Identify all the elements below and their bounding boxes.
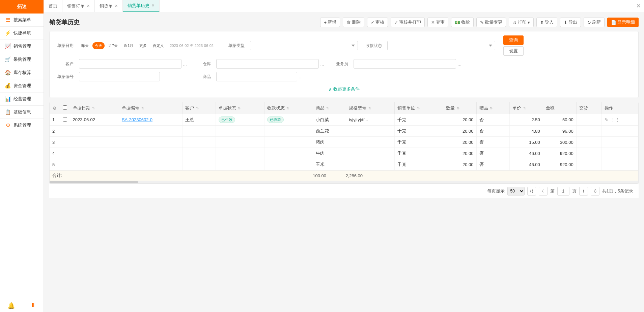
unit-cell: 千克 xyxy=(395,148,443,159)
sidebar-item-system-mgmt[interactable]: ⚙ 系统管理 xyxy=(0,119,44,132)
tab-close-icon[interactable]: ✕ xyxy=(115,4,118,8)
col-spec[interactable]: 规格型号 ⇅ xyxy=(346,102,395,114)
col-unit-price[interactable]: 单价 ⇅ xyxy=(510,102,543,114)
page-number-input[interactable] xyxy=(557,187,569,196)
sidebar-item-operations[interactable]: 📊 经营管理 xyxy=(0,93,44,106)
date-range: 2023-06-02 至 2023-06-02 xyxy=(170,43,214,48)
warehouse-ellipsis[interactable]: ... xyxy=(320,61,324,67)
table-settings-col[interactable]: ⚙ xyxy=(50,102,60,114)
payment-status-cell: 已收款 xyxy=(264,114,313,126)
notification-icon[interactable]: 🔔 xyxy=(7,302,15,309)
doc-no-input[interactable] xyxy=(79,72,160,81)
sidebar-item-sales-mgmt[interactable]: 📈 销售管理 xyxy=(0,40,44,53)
row-no-cell: 4 xyxy=(50,148,60,159)
table-row: 3 猪肉 千克 20.00 否 15.00 300.00 xyxy=(50,137,638,148)
query-button[interactable]: 查询 xyxy=(503,35,524,45)
tab-close-icon[interactable]: ✕ xyxy=(151,3,155,8)
abandon-button[interactable]: ✕ 弃审 xyxy=(427,18,448,27)
goods-ellipsis[interactable]: ... xyxy=(299,74,303,79)
spec-cell xyxy=(346,159,395,170)
tab-sales-delivery[interactable]: 销货单 ✕ xyxy=(95,0,123,12)
batch-change-button[interactable]: ✎ 批量变更 xyxy=(476,18,506,27)
salesperson-input[interactable] xyxy=(354,59,456,69)
print-button[interactable]: 🖨 打印 ▾ xyxy=(509,18,534,27)
col-doc-status[interactable]: 单据状态 ⇅ xyxy=(216,102,264,114)
tab-sales-order[interactable]: 销售订单 ✕ xyxy=(62,0,95,12)
print-icon: 🖨 xyxy=(512,20,517,25)
col-payment-status[interactable]: 收款状态 ⇅ xyxy=(264,102,313,114)
col-customer[interactable]: 客户 ⇅ xyxy=(183,102,216,114)
next-page-btn[interactable]: ⟩ xyxy=(579,187,588,196)
delete-button[interactable]: 🗑 删除 xyxy=(343,18,364,27)
audit-button[interactable]: ✓ 审核 xyxy=(367,18,388,27)
page-size-select[interactable]: 50 10 20 100 xyxy=(507,187,525,196)
show-detail-button[interactable]: 📄 显示明细 xyxy=(607,18,639,27)
col-goods[interactable]: 商品 ⇅ xyxy=(313,102,346,114)
tab-sales-history[interactable]: 销货单历史 ✕ xyxy=(123,0,160,12)
col-qty[interactable]: 数量 ⇅ xyxy=(443,102,476,114)
tab-close-icon[interactable]: ✕ xyxy=(87,4,90,8)
sidebar-item-finance[interactable]: 💰 资金管理 xyxy=(0,79,44,93)
spec-cell xyxy=(346,148,395,159)
print-dropdown-icon: ▾ xyxy=(528,20,530,25)
row-checkbox[interactable] xyxy=(63,117,67,122)
col-doc-date[interactable]: 单据日期 ⇅ xyxy=(70,102,119,114)
payment-status-label: 收款状态 xyxy=(363,43,382,49)
sidebar-item-quick-nav[interactable]: ⚡ 快捷导航 xyxy=(0,27,44,40)
delete-label: 删除 xyxy=(352,19,361,25)
export-label: 导出 xyxy=(568,19,577,25)
refresh-button[interactable]: ↻ 刷新 xyxy=(584,18,605,27)
date-btn-more[interactable]: 更多 xyxy=(137,42,149,49)
unit-cell: 千克 xyxy=(395,159,443,170)
date-btn-custom[interactable]: 自定义 xyxy=(150,42,166,49)
export-button[interactable]: ⬇ 导出 xyxy=(560,18,581,27)
doc-date-cell xyxy=(70,137,119,148)
warehouse-input[interactable] xyxy=(216,59,319,69)
goods-input[interactable] xyxy=(216,72,297,81)
select-all-checkbox[interactable] xyxy=(63,105,67,110)
tab-home[interactable]: 首页 xyxy=(44,0,62,12)
collect-button[interactable]: 💵 收款 xyxy=(451,18,474,27)
last-page-btn[interactable]: ⟩⟩ xyxy=(591,187,599,196)
gift-cell: 否 xyxy=(476,114,510,126)
doc-no-link[interactable]: SA-20230602-0 xyxy=(122,117,152,122)
date-btn-7days[interactable]: 近7天 xyxy=(106,42,120,49)
sidebar-item-inventory[interactable]: 🏠 库存核算 xyxy=(0,66,44,79)
sidebar: 拓速 ☰ 搜索菜单 ⚡ 快捷导航 📈 销售管理 🛒 采购管理 🏠 库存核算 💰 … xyxy=(0,0,44,312)
goods-control: ... xyxy=(216,72,324,81)
date-btn-1month[interactable]: 近1月 xyxy=(121,42,136,49)
sidebar-item-basic-info[interactable]: 📋 基础信息 xyxy=(0,106,44,119)
doc-date-cell xyxy=(70,159,119,170)
more-icon[interactable]: ⋮⋮ xyxy=(611,117,620,123)
goods-cell: 小白菜 xyxy=(313,114,346,126)
edit-icon[interactable]: ✎ xyxy=(605,117,609,123)
customer-ellipsis[interactable]: ... xyxy=(183,61,187,67)
tab-bar-close-btn[interactable]: ✕ xyxy=(636,3,644,9)
prev-page-btn[interactable]: ⟨ xyxy=(539,187,548,196)
col-unit[interactable]: 销售单位 ⇅ xyxy=(395,102,443,114)
add-button[interactable]: + 新增 xyxy=(320,18,340,27)
col-doc-no[interactable]: 单据编号 ⇅ xyxy=(119,102,182,114)
collapse-btn[interactable]: ∧ 收起更多条件 xyxy=(55,85,633,94)
payment-status-select[interactable] xyxy=(387,41,495,50)
doc-type-label: 单据类型 xyxy=(226,43,245,49)
horizontal-scrollbar[interactable] xyxy=(50,181,638,183)
date-btn-yesterday[interactable]: 昨天 xyxy=(79,42,91,49)
footer-total-qty: 100.00 xyxy=(93,173,329,178)
sidebar-item-purchase-mgmt[interactable]: 🛒 采购管理 xyxy=(0,53,44,66)
col-gift[interactable]: 赠品 ⇅ xyxy=(476,102,510,114)
refresh-label: 刷新 xyxy=(592,19,601,25)
action-btns: ✎ ⋮⋮ xyxy=(605,117,636,123)
import-button[interactable]: ⬆ 导入 xyxy=(536,18,557,27)
doc-type-select[interactable] xyxy=(250,41,358,50)
setting-button[interactable]: 设置 xyxy=(503,46,524,56)
date-btn-today[interactable]: 今天 xyxy=(92,42,105,49)
export-icon: ⬇ xyxy=(564,20,567,25)
audit-print-button[interactable]: ✓ 审核并打印 xyxy=(391,18,425,27)
customer-input[interactable] xyxy=(79,59,181,69)
first-page-btn[interactable]: ⟨⟨ xyxy=(527,187,536,196)
main-area: 首页 销售订单 ✕ 销货单 ✕ 销货单历史 ✕ ✕ 销货单历史 + 新增 xyxy=(44,0,644,312)
salesperson-ellipsis[interactable]: ... xyxy=(457,61,461,67)
sidebar-item-search-menu[interactable]: ☰ 搜索菜单 xyxy=(0,14,44,27)
pause-icon[interactable]: ⏸ xyxy=(30,302,36,309)
